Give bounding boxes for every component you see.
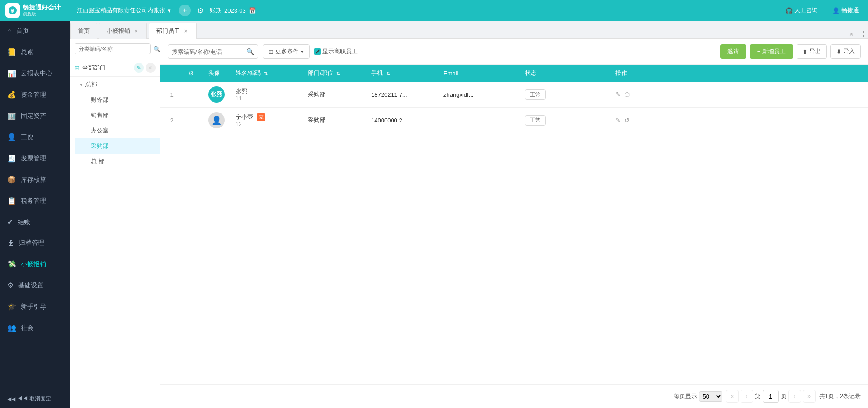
col-phone[interactable]: 手机 ⇅ xyxy=(366,65,438,82)
tab-expense[interactable]: 小畅报销 × xyxy=(99,23,147,39)
col-settings[interactable]: ⚙ xyxy=(183,65,203,82)
sidebar-item-fixed-assets[interactable]: 🏢 固定资产 xyxy=(0,105,70,127)
dept-search-area: 🔍 xyxy=(70,39,160,59)
calendar-icon[interactable]: 📅 xyxy=(249,7,256,14)
app-subtitle: 旗舰版 xyxy=(23,11,61,17)
avatar-placeholder-icon: 👤 xyxy=(212,115,222,125)
page-number-input[interactable] xyxy=(763,390,779,403)
sidebar-item-archive[interactable]: 🗄 归档管理 xyxy=(0,233,70,253)
logout-icon-1[interactable]: ⬡ xyxy=(624,91,630,98)
dept-item-general-hq[interactable]: 总 部 xyxy=(75,154,160,169)
refresh-icon-2[interactable]: ↺ xyxy=(624,117,630,124)
sidebar-item-home[interactable]: ⌂ 首页 xyxy=(0,21,70,42)
row-phone-2: 14000000 2... xyxy=(366,108,438,133)
export-label: 导出 xyxy=(809,47,821,56)
sidebar-item-tax[interactable]: 📋 税务管理 xyxy=(0,190,70,211)
settings-top-button[interactable]: ⚙ xyxy=(194,5,206,16)
dept-root-label[interactable]: 全部部门 xyxy=(82,64,106,72)
first-page-button[interactable]: « xyxy=(726,390,739,403)
content-area: 首页 小畅报销 × 部门员工 × × ⛶ 🔍 xyxy=(70,21,868,408)
tab-expense-label: 小畅报销 xyxy=(107,27,130,35)
row-status-2: 正常 xyxy=(519,108,610,133)
invite-button[interactable]: 邀请 xyxy=(720,44,746,59)
avatar-ning: 👤 xyxy=(208,112,225,128)
employee-name-2: 宁小壹 xyxy=(236,113,253,121)
sidebar-item-inventory[interactable]: 📦 库存核算 xyxy=(0,169,70,190)
last-page-button[interactable]: » xyxy=(803,390,816,403)
sidebar-item-reports[interactable]: 📊 云报表中心 xyxy=(0,63,70,84)
fixed-assets-icon: 🏢 xyxy=(7,112,16,120)
dept-search-icon: 🔍 xyxy=(153,46,160,52)
row-index-2: 2 xyxy=(160,108,183,133)
company-selector[interactable]: 江西服宝精品有限责任公司内账张 ▾ xyxy=(73,5,175,16)
sidebar-item-close[interactable]: ✔ 结账 xyxy=(0,211,70,233)
col-status: 状态 xyxy=(519,65,610,82)
sidebar-item-settings[interactable]: ⚙ 基础设置 xyxy=(0,275,70,296)
dept-item-office[interactable]: 办公室 xyxy=(75,123,160,138)
import-button[interactable]: ⬇ 导入 xyxy=(830,44,861,59)
dept-search-input[interactable] xyxy=(75,43,151,54)
edit-icon-1[interactable]: ✎ xyxy=(615,91,621,98)
dept-group-label: 总部 xyxy=(85,80,97,89)
table-header-row: ⚙ 头像 姓名/编码 ⇅ 部门/职位 xyxy=(160,65,868,82)
next-page-button[interactable]: › xyxy=(788,390,801,403)
employee-search-input[interactable] xyxy=(172,48,246,55)
add-tab-button[interactable]: + xyxy=(179,5,191,16)
dept-item-purchasing[interactable]: 采购部 xyxy=(75,138,160,154)
page-suffix: 页 xyxy=(781,392,787,400)
add-employee-button[interactable]: + 新增员工 xyxy=(750,44,793,59)
page-content: 🔍 ⊞ 全部部门 ✎ « xyxy=(70,39,868,408)
window-controls: × ⛶ xyxy=(849,30,868,38)
dept-sort-icon: ⇅ xyxy=(336,71,340,76)
col-email: Email xyxy=(438,65,519,82)
sidebar-item-expense[interactable]: 💸 小畅报销 xyxy=(0,253,70,275)
period-value: 2023-03 xyxy=(224,7,246,14)
dept-collapse-button[interactable]: « xyxy=(146,63,156,73)
row-avatar-2: 👤 xyxy=(203,108,230,133)
edit-icon-2[interactable]: ✎ xyxy=(615,117,621,124)
ai-consult-button[interactable]: 🎧 人工咨询 xyxy=(782,5,821,16)
dept-item-sales[interactable]: 销售部 xyxy=(75,108,160,123)
row-actions-1: ✎ ⬡ xyxy=(610,82,868,108)
user-area[interactable]: 👤 畅捷通 xyxy=(829,5,863,16)
sidebar-item-social[interactable]: 👥 社会 xyxy=(0,317,70,338)
dept-office-label: 办公室 xyxy=(91,127,108,134)
row-name-1: 张熙 11 xyxy=(230,82,302,108)
tab-employees[interactable]: 部门员工 × xyxy=(149,23,197,39)
employee-code-2: 12 xyxy=(236,121,297,127)
col-action: 操作 xyxy=(610,65,868,82)
export-button[interactable]: ⬆ 导出 xyxy=(797,44,827,59)
show-resigned-checkbox[interactable] xyxy=(314,48,321,55)
row-settings-1 xyxy=(183,82,203,108)
dept-edit-button[interactable]: ✎ xyxy=(134,63,144,73)
table-row: 1 张熙 张熙 11 xyxy=(160,82,868,108)
headset-icon: 🎧 xyxy=(785,7,793,14)
main-layout: ⌂ 首页 📒 总账 📊 云报表中心 💰 资金管理 🏢 固定资产 👤 工资 🧾 发… xyxy=(0,21,868,408)
filter-icon: ⊞ xyxy=(269,48,274,55)
dept-group-title-headquarters[interactable]: ▼ 总部 xyxy=(75,77,160,92)
window-expand-button[interactable]: ⛶ xyxy=(857,30,864,38)
sidebar-label-social: 社会 xyxy=(21,324,33,332)
cancel-fixed-label: ◀◀ 取消固定 xyxy=(17,395,51,403)
prev-page-button[interactable]: ‹ xyxy=(741,390,753,403)
sidebar-label-ledger: 总账 xyxy=(21,48,33,56)
dept-item-finance[interactable]: 财务部 xyxy=(75,92,160,108)
sidebar-item-salary[interactable]: 👤 工资 xyxy=(0,127,70,148)
window-close-button[interactable]: × xyxy=(849,30,854,38)
row-dept-1: 采购部 xyxy=(302,82,366,108)
sidebar-item-ledger[interactable]: 📒 总账 xyxy=(0,42,70,63)
col-dept[interactable]: 部门/职位 ⇅ xyxy=(302,65,366,82)
phone-sort-icon: ⇅ xyxy=(387,71,390,76)
tab-expense-close[interactable]: × xyxy=(133,28,139,34)
period-area: 账期 2023-03 📅 xyxy=(210,6,256,14)
per-page-dropdown[interactable]: 10 20 50 100 xyxy=(699,391,722,402)
more-filter-button[interactable]: ⊞ 更多条件 ▾ xyxy=(263,44,310,59)
cancel-fixed-button[interactable]: ◀◀ ◀◀ 取消固定 xyxy=(0,389,70,408)
sidebar-item-funds[interactable]: 💰 资金管理 xyxy=(0,84,70,105)
sidebar-item-guide[interactable]: 🎓 新手引导 xyxy=(0,296,70,317)
pagination: 每页显示 10 20 50 100 « ‹ xyxy=(160,384,868,408)
tab-employees-close[interactable]: × xyxy=(183,28,189,34)
tab-home[interactable]: 首页 xyxy=(70,23,97,39)
col-name[interactable]: 姓名/编码 ⇅ xyxy=(230,65,302,82)
sidebar-item-invoice[interactable]: 🧾 发票管理 xyxy=(0,148,70,169)
